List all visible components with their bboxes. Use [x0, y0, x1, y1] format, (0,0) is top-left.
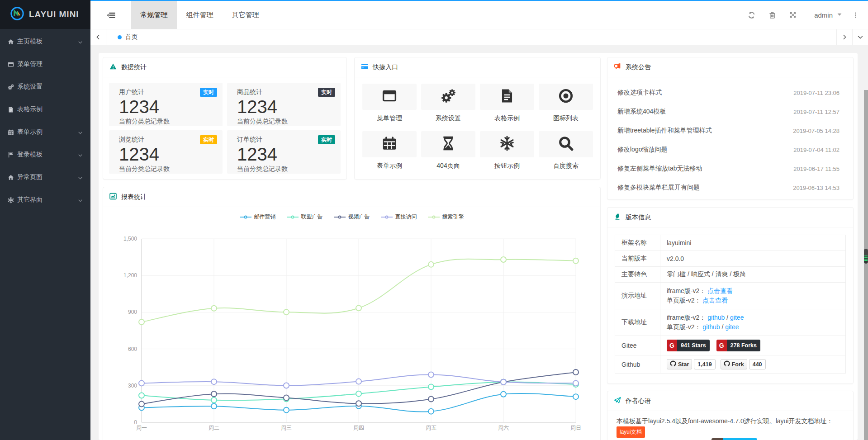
announcement-row[interactable]: 修改logo缩放问题2019-07-04 11:02 [607, 140, 853, 159]
tabs-scroll-right-button[interactable] [836, 29, 852, 45]
version-row-主要特色: 主要特色零门槛 / 响应式 / 清爽 / 极简 [615, 267, 846, 283]
sidebar-item-系统设置[interactable]: 系统设置 [0, 76, 90, 98]
realtime-badge: 实时 [318, 88, 335, 97]
refresh-button[interactable] [741, 11, 762, 19]
shortcut-图标列表[interactable]: 图标列表 [539, 84, 593, 127]
clear-cache-button[interactable] [762, 11, 783, 19]
search-icon [558, 136, 574, 153]
collapse-menu-button[interactable] [90, 1, 131, 29]
chevron-down-icon [78, 197, 83, 203]
tabs-menu-button[interactable] [852, 29, 868, 45]
github-Fork-count[interactable]: 440 [749, 359, 766, 369]
shortcut-按钮示例[interactable]: 按钮示例 [480, 131, 534, 174]
shortcut-菜单管理[interactable]: 菜单管理 [362, 84, 417, 127]
chevron-down-icon [78, 129, 83, 135]
announcement-row[interactable]: 修改选项卡样式2019-07-11 23:06 [607, 83, 853, 102]
svg-text:周三: 周三 [281, 425, 292, 431]
calendar-icon [382, 136, 397, 153]
sidebar-item-其它界面[interactable]: 其它界面 [0, 189, 90, 211]
link-github[interactable]: github [702, 323, 720, 331]
tab-home-label: 首页 [125, 33, 138, 41]
home-icon [8, 38, 14, 45]
stat-box-订单统计: 订单统计 1234 当前分类总记录数 实时 [227, 130, 341, 174]
card-data-statistics: 数据统计 用户统计 1234 当前分类总记录数 实时商品统计 1234 当前分类… [103, 57, 347, 180]
link-github[interactable]: github [707, 314, 725, 321]
chevron-down-icon [78, 152, 83, 157]
header-tab-其它管理[interactable]: 其它管理 [223, 1, 268, 29]
chevron-down-icon [78, 175, 83, 180]
link-点击查看[interactable]: 点击查看 [707, 287, 733, 294]
github-Fork-button[interactable]: Fork [721, 359, 747, 369]
page-tabs-bar: 首页 [90, 29, 868, 45]
link-点击查看[interactable]: 点击查看 [702, 297, 728, 304]
version-row-当前版本: 当前版本v2.0.0 [615, 251, 846, 267]
gears-icon [441, 88, 456, 105]
sidebar-item-表格示例[interactable]: 表格示例 [0, 98, 90, 121]
tabs-scroll-left-button[interactable] [90, 29, 106, 45]
stat-value: 1234 [237, 144, 335, 165]
scrollbar-thumb[interactable] [864, 249, 868, 264]
gitee-badge[interactable]: G278 Forks [716, 340, 760, 351]
line-chart-icon [109, 193, 117, 201]
snowflake-icon [499, 136, 515, 153]
join-qq-badge[interactable]: 加入QQ群 [711, 438, 757, 440]
more-button[interactable] [850, 12, 861, 19]
realtime-badge: 实时 [200, 88, 217, 97]
fullscreen-button[interactable] [783, 11, 803, 19]
github-icon [670, 360, 676, 368]
window-icon [8, 61, 14, 68]
sidebar-item-异常页面[interactable]: 异常页面 [0, 166, 90, 189]
svg-text:600: 600 [128, 346, 137, 352]
author-line1: 本模板基于layui2.5.4以及font-awesome-4.7.0进行实现。… [617, 416, 844, 426]
shortcut-系统设置[interactable]: 系统设置 [421, 84, 475, 127]
card-version-info: 版本信息 框架名称layuimini当前版本v2.0.0主要特色零门槛 / 响应… [607, 207, 854, 384]
home-icon [8, 174, 14, 181]
window-icon [382, 88, 397, 105]
announcement-row[interactable]: 修复多模块菜单栏展开有问题2019-06-13 14:53 [607, 178, 853, 197]
svg-text:周六: 周六 [498, 425, 509, 431]
page: LAYUI MINI 主页模板 菜单管理 系统设置 表格示例 表单示例 登录模板… [0, 0, 868, 440]
sidebar-menu: 主页模板 菜单管理 系统设置 表格示例 表单示例 登录模板 异常页面 其它界面 [0, 29, 90, 211]
header-tab-常规管理[interactable]: 常规管理 [131, 1, 177, 29]
version-row-框架名称: 框架名称layuimini [615, 235, 846, 251]
shortcut-表单示例[interactable]: 表单示例 [362, 131, 417, 174]
sidebar-item-主页模板[interactable]: 主页模板 [0, 30, 90, 53]
gitee-badge[interactable]: G941 Stars [667, 340, 710, 351]
github-Star-count[interactable]: 1,419 [694, 359, 715, 369]
layui-doc-badge[interactable]: layui文档 [617, 426, 645, 438]
shortcut-404页面[interactable]: 404页面 [421, 131, 475, 174]
version-table: 框架名称layuimini当前版本v2.0.0主要特色零门槛 / 响应式 / 清… [615, 235, 846, 374]
header-tab-组件管理[interactable]: 组件管理 [177, 1, 223, 29]
chevron-down-icon [78, 39, 83, 44]
link-gitee[interactable]: gitee [725, 323, 739, 331]
realtime-badge: 实时 [200, 135, 217, 144]
file-icon [499, 88, 515, 105]
link-gitee[interactable]: gitee [730, 314, 744, 321]
hourglass-icon [441, 136, 456, 153]
shortcut-百度搜索[interactable]: 百度搜索 [539, 131, 593, 174]
line-chart[interactable]: 03006009001,2001,500周一周二周三周四周五周六周日 [103, 208, 600, 440]
sidebar-item-表单示例[interactable]: 表单示例 [0, 121, 90, 143]
github-Star-button[interactable]: Star [667, 359, 692, 369]
sidebar-item-菜单管理[interactable]: 菜单管理 [0, 53, 90, 76]
sidebar-item-登录模板[interactable]: 登录模板 [0, 143, 90, 166]
version-row-演示地址: 演示地址iframe版-v2： 点击查看单页版-v2： 点击查看 [615, 283, 846, 309]
stat-box-浏览统计: 浏览统计 1234 当前分类总记录数 实时 [109, 130, 223, 174]
svg-text:周四: 周四 [353, 425, 364, 431]
card-author-words: 作者心语 本模板基于layui2.5.4以及font-awesome-4.7.0… [607, 391, 854, 440]
announcement-row[interactable]: 新增treetable插件和菜单管理样式2019-07-05 14:28 [607, 121, 853, 140]
scrollbar[interactable] [864, 90, 868, 440]
logo[interactable]: LAYUI MINI [0, 0, 90, 29]
shortcut-表格示例[interactable]: 表格示例 [480, 84, 534, 127]
content-wrapper: 数据统计 用户统计 1234 当前分类总记录数 实时商品统计 1234 当前分类… [99, 53, 858, 440]
card-title: 系统公告 [626, 63, 651, 71]
snowflake-icon [8, 197, 14, 203]
announcement-row[interactable]: 新增系统404模板2019-07-11 12:57 [607, 102, 853, 121]
user-menu[interactable]: admin [803, 11, 850, 19]
active-tab-dot-icon [118, 35, 122, 39]
tab-home[interactable]: 首页 [106, 29, 149, 45]
sidebar: LAYUI MINI 主页模板 菜单管理 系统设置 表格示例 表单示例 登录模板… [0, 0, 90, 440]
announcement-row[interactable]: 修复左侧菜单缩放tab无法移动2019-06-17 11:55 [607, 159, 853, 178]
header-actions: admin [741, 1, 868, 29]
card-system-announcements: 系统公告 修改选项卡样式2019-07-11 23:06新增系统404模板201… [607, 57, 854, 200]
